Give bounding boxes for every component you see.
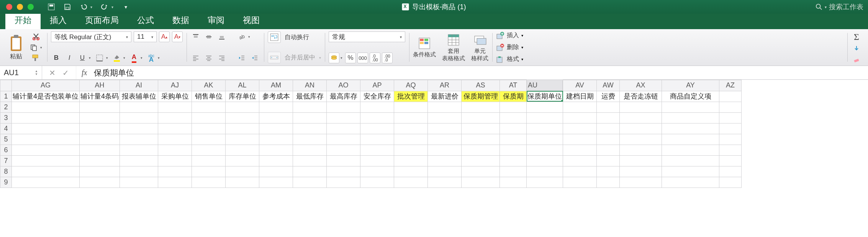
cell[interactable] [462,134,500,145]
tab-data[interactable]: 数据 [163,12,198,29]
borders-dropdown[interactable]: ▾ [105,56,109,60]
select-all-corner[interactable] [0,80,12,91]
row-header[interactable]: 9 [0,177,12,188]
cell[interactable] [428,145,462,155]
column-header[interactable]: AQ [394,80,428,91]
cell[interactable] [527,102,563,112]
cell[interactable] [293,145,327,155]
column-header[interactable]: AT [500,80,527,91]
cell[interactable] [259,155,293,166]
format-painter-button[interactable] [28,53,43,64]
row-header[interactable]: 5 [0,134,12,145]
cell[interactable] [597,102,620,112]
column-header[interactable]: AU [527,80,563,91]
increase-indent-button[interactable] [249,53,260,63]
cell[interactable] [192,145,226,155]
cell[interactable] [500,166,527,177]
cell[interactable] [327,166,360,177]
cell[interactable] [597,155,620,166]
column-header[interactable]: AV [563,80,597,91]
cell[interactable] [293,177,327,188]
decrease-font-button[interactable]: A▾ [172,31,183,42]
cell[interactable] [226,134,259,145]
cell[interactable] [620,145,662,155]
redo-icon[interactable] [101,3,108,11]
cell[interactable]: 运费 [597,91,620,102]
column-header[interactable]: AM [259,80,293,91]
cell[interactable] [192,112,226,123]
cell[interactable] [394,177,428,188]
cell[interactable] [293,155,327,166]
cell[interactable] [563,155,597,166]
decrease-decimal-button[interactable]: .00.0 [382,53,393,63]
cell[interactable] [12,145,80,155]
tab-view[interactable]: 视图 [234,12,269,29]
cell[interactable] [527,155,563,166]
spreadsheet-grid[interactable]: AGAHAIAJAKALAMANAOAPAQARASATAUAVAWAXAYAZ… [0,80,868,188]
copy-button[interactable] [28,42,39,53]
cell[interactable]: 采购单位 [158,91,192,102]
cell[interactable] [527,177,563,188]
merge-center-button[interactable] [268,52,281,63]
cell[interactable] [620,155,662,166]
cell[interactable] [158,134,192,145]
row-header[interactable]: 4 [0,123,12,134]
cell[interactable] [394,134,428,145]
cell[interactable] [662,123,719,134]
font-color-button[interactable]: A [129,53,139,63]
cell[interactable] [327,112,360,123]
cell[interactable] [394,155,428,166]
align-middle-button[interactable] [203,31,214,42]
tab-page-layout[interactable]: 页面布局 [76,12,128,29]
cell[interactable]: 保质期管理 [462,91,500,102]
comma-button[interactable]: 000 [357,53,368,63]
cell[interactable] [500,145,527,155]
cell[interactable] [80,145,120,155]
cell[interactable] [360,155,394,166]
cell[interactable]: 库存单位 [226,91,259,102]
tab-insert[interactable]: 插入 [41,12,76,29]
cell[interactable] [597,177,620,188]
cell[interactable] [527,134,563,145]
orientation-button[interactable]: ab [236,31,247,42]
cell[interactable] [428,102,462,112]
phonetic-dropdown[interactable]: ▾ [157,56,161,60]
cell[interactable] [12,112,80,123]
cell[interactable] [360,102,394,112]
cell[interactable] [120,134,158,145]
row-header[interactable]: 6 [0,145,12,155]
cell[interactable] [12,177,80,188]
number-format-select[interactable]: 常规▾ [329,31,405,42]
name-box[interactable]: AU1 ▲▼ [0,66,42,79]
cell[interactable] [462,177,500,188]
column-header[interactable]: AI [120,80,158,91]
cell[interactable] [620,177,662,188]
cell[interactable] [12,123,80,134]
cell[interactable] [462,155,500,166]
cell[interactable] [80,112,120,123]
cell[interactable] [293,102,327,112]
row-header[interactable]: 2 [0,102,12,112]
cancel-formula-icon[interactable]: ✕ [49,68,56,77]
cell[interactable] [259,134,293,145]
decrease-indent-button[interactable] [236,53,247,63]
cell[interactable] [719,134,742,145]
cell[interactable] [120,123,158,134]
format-dropdown[interactable]: ▾ [521,57,523,61]
percent-button[interactable]: % [345,53,356,63]
bold-button[interactable]: B [51,53,62,63]
cell[interactable]: 参考成本 [259,91,293,102]
cell[interactable] [597,145,620,155]
cell[interactable] [360,134,394,145]
tab-review[interactable]: 审阅 [198,12,234,29]
align-top-button[interactable] [190,31,201,42]
undo-dropdown[interactable]: ▾ [90,5,92,9]
cell[interactable] [563,123,597,134]
cell[interactable] [226,123,259,134]
customize-qat-icon[interactable]: ▾ [122,3,129,11]
cell[interactable] [662,166,719,177]
cell[interactable] [120,145,158,155]
cell[interactable] [428,112,462,123]
cell[interactable] [327,134,360,145]
insert-cells-button[interactable]: 插入 ▾ [496,31,523,40]
